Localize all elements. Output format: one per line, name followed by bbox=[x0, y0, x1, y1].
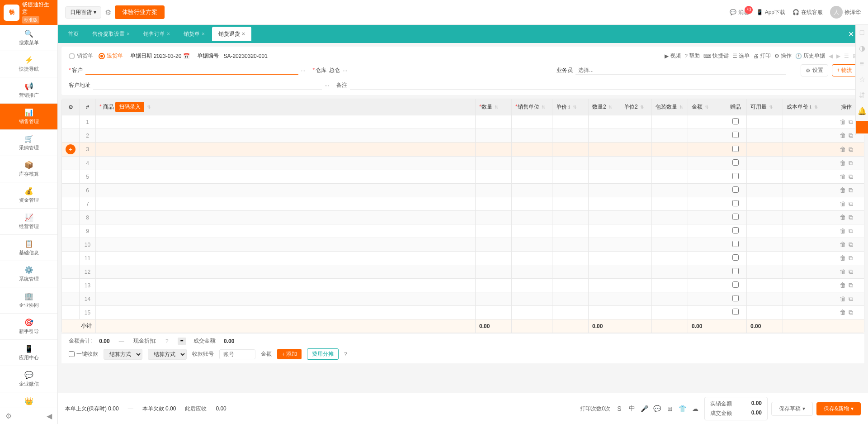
row-gift-8[interactable] bbox=[724, 211, 747, 224]
calc-method-select[interactable]: 结算方式 bbox=[148, 349, 187, 360]
row-unit-12[interactable] bbox=[512, 265, 552, 279]
app-download-item[interactable]: 📱 App下载 bbox=[756, 9, 785, 16]
add-btn[interactable]: + 添加 bbox=[277, 349, 302, 359]
row-gift-13[interactable] bbox=[724, 279, 747, 292]
row-copy-icon-10[interactable]: ⧉ bbox=[849, 241, 853, 248]
gift-checkbox-12[interactable] bbox=[732, 268, 739, 274]
settlement-select[interactable]: 结算方式 bbox=[104, 349, 142, 360]
topbar-gear-icon[interactable]: ⚙ bbox=[105, 8, 111, 17]
row-qty2-6[interactable] bbox=[589, 184, 620, 197]
experience-btn[interactable]: 体验行业方案 bbox=[115, 5, 165, 19]
row-product-11[interactable] bbox=[96, 252, 476, 265]
row-pack-11[interactable] bbox=[652, 252, 688, 265]
toolbar-shortcut[interactable]: ⌨ 快捷键 bbox=[703, 52, 729, 60]
row-unit2-6[interactable] bbox=[620, 184, 652, 197]
row-amount-6[interactable] bbox=[688, 184, 724, 197]
tab-price-setting[interactable]: 售价提取设置 × bbox=[86, 27, 136, 41]
col-amount-sort[interactable]: ⇅ bbox=[705, 105, 708, 110]
row-unit2-1[interactable] bbox=[620, 115, 652, 129]
tab-sales-order[interactable]: 销售订单 × bbox=[137, 27, 176, 41]
row-delete-icon-4[interactable]: 🗑 bbox=[840, 159, 846, 167]
row-price-11[interactable] bbox=[552, 252, 589, 265]
row-copy-icon-2[interactable]: ⧉ bbox=[849, 132, 853, 139]
gift-checkbox-1[interactable] bbox=[732, 118, 739, 124]
row-unit2-10[interactable] bbox=[620, 238, 652, 252]
row-qty-14[interactable] bbox=[476, 292, 512, 306]
row-qty2-9[interactable] bbox=[589, 224, 620, 238]
row-delete-icon-6[interactable]: 🗑 bbox=[840, 186, 846, 194]
row-amount-1[interactable] bbox=[688, 115, 724, 129]
row-avail-11[interactable] bbox=[747, 252, 783, 265]
tab-order-close-icon[interactable]: × bbox=[167, 31, 170, 37]
row-price-9[interactable] bbox=[552, 224, 589, 238]
row-unit-7[interactable] bbox=[512, 197, 552, 211]
gift-checkbox-11[interactable] bbox=[732, 254, 739, 261]
row-qty2-15[interactable] bbox=[589, 306, 620, 319]
row-cost-12[interactable] bbox=[783, 265, 828, 279]
row-unit2-7[interactable] bbox=[620, 197, 652, 211]
rp-icon-5[interactable]: ⇵ bbox=[857, 89, 867, 101]
row-price-10[interactable] bbox=[552, 238, 589, 252]
radio-sales[interactable]: 销货单 bbox=[69, 52, 93, 60]
row-avail-12[interactable] bbox=[747, 265, 783, 279]
row-gift-2[interactable] bbox=[724, 129, 747, 143]
row-qty-9[interactable] bbox=[476, 224, 512, 238]
tab-home[interactable]: 首页 bbox=[61, 27, 85, 41]
taskbar-icon-6[interactable]: 👕 bbox=[677, 403, 688, 414]
row-copy-icon-1[interactable]: ⧉ bbox=[849, 118, 853, 126]
row-cost-13[interactable] bbox=[783, 279, 828, 292]
rp-icon-1[interactable]: □ bbox=[858, 27, 866, 38]
row-gift-4[interactable] bbox=[724, 157, 747, 170]
row-unit-10[interactable] bbox=[512, 238, 552, 252]
row-amount-15[interactable] bbox=[688, 306, 724, 319]
row-gift-10[interactable] bbox=[724, 238, 747, 252]
tab-close-all-icon[interactable]: ✕ bbox=[847, 29, 855, 39]
row-avail-5[interactable] bbox=[747, 170, 783, 184]
row-unit-14[interactable] bbox=[512, 292, 552, 306]
row-delete-icon-2[interactable]: 🗑 bbox=[840, 132, 846, 139]
gift-checkbox-9[interactable] bbox=[732, 227, 739, 233]
row-copy-icon-4[interactable]: ⧉ bbox=[849, 159, 853, 167]
taskbar-icon-3[interactable]: 🎤 bbox=[639, 403, 650, 414]
row-product-6[interactable] bbox=[96, 184, 476, 197]
rp-icon-6[interactable]: 🔔 bbox=[856, 105, 868, 117]
taskbar-icon-1[interactable]: S bbox=[614, 403, 625, 414]
row-qty-15[interactable] bbox=[476, 306, 512, 319]
add-row-btn[interactable]: + bbox=[66, 144, 75, 154]
row-amount-9[interactable] bbox=[688, 224, 724, 238]
row-pack-1[interactable] bbox=[652, 115, 688, 129]
row-qty2-7[interactable] bbox=[589, 197, 620, 211]
row-cost-1[interactable] bbox=[783, 115, 828, 129]
tab-sales-delivery[interactable]: 销货单 × bbox=[177, 27, 211, 41]
row-delete-icon-7[interactable]: 🗑 bbox=[840, 200, 846, 208]
rp-icon-7[interactable]: □ bbox=[856, 121, 868, 133]
row-qty-5[interactable] bbox=[476, 170, 512, 184]
sidebar-item-shortcut[interactable]: ⚡ 快捷导航 bbox=[0, 51, 57, 77]
row-avail-10[interactable] bbox=[747, 238, 783, 252]
row-pack-7[interactable] bbox=[652, 197, 688, 211]
row-price-13[interactable] bbox=[552, 279, 589, 292]
row-product-15[interactable] bbox=[96, 306, 476, 319]
notification-item[interactable]: 💬 70 消息 bbox=[730, 9, 749, 16]
taskbar-icon-2[interactable]: 中 bbox=[627, 403, 637, 414]
row-copy-icon-11[interactable]: ⧉ bbox=[849, 254, 853, 262]
row-qty2-5[interactable] bbox=[589, 170, 620, 184]
row-unit-1[interactable] bbox=[512, 115, 552, 129]
sidebar-item-member[interactable]: 👑 畅会员 bbox=[0, 392, 57, 408]
row-cost-5[interactable] bbox=[783, 170, 828, 184]
row-qty-2[interactable] bbox=[476, 129, 512, 143]
row-unit2-3[interactable] bbox=[620, 143, 652, 157]
sidebar-item-search[interactable]: 🔍 搜索菜单 bbox=[0, 25, 57, 51]
row-qty2-3[interactable] bbox=[589, 143, 620, 157]
row-unit-2[interactable] bbox=[512, 129, 552, 143]
rp-icon-4[interactable]: ☆ bbox=[857, 73, 867, 86]
row-unit2-2[interactable] bbox=[620, 129, 652, 143]
address-input[interactable] bbox=[93, 81, 322, 90]
toolbar-print[interactable]: 🖨 打印 bbox=[753, 52, 771, 60]
row-cost-11[interactable] bbox=[783, 252, 828, 265]
row-delete-icon-10[interactable]: 🗑 bbox=[840, 241, 846, 248]
sidebar-item-enterprise[interactable]: 🏢 企业协同 bbox=[0, 287, 57, 314]
gift-checkbox-8[interactable] bbox=[732, 214, 739, 220]
gift-checkbox-2[interactable] bbox=[732, 132, 739, 138]
sidebar-item-purchase[interactable]: 🛒 采购管理 bbox=[0, 130, 57, 156]
